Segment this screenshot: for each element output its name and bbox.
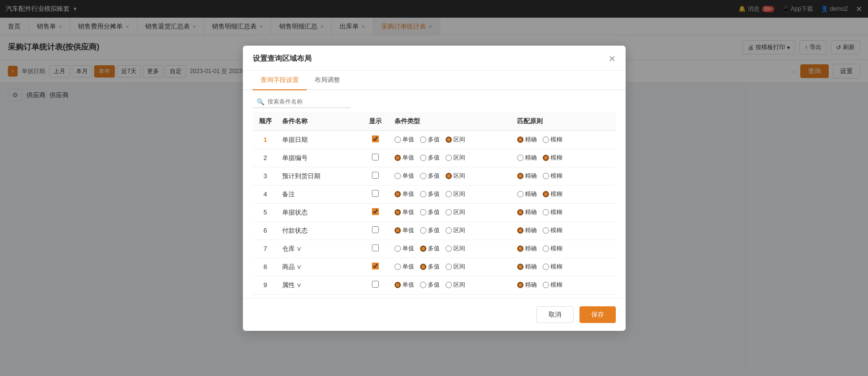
search-box: 🔍 — [253, 96, 351, 108]
search-input[interactable] — [267, 98, 346, 105]
modal-tab-layout-label: 布局调整 — [315, 76, 340, 83]
modal-tab-layout[interactable]: 布局调整 — [307, 71, 348, 90]
modal-search-area: 🔍 — [243, 90, 626, 111]
modal-tab-query-settings[interactable]: 查询字段设置 — [253, 71, 307, 90]
modal-title: 设置查询区域布局 — [253, 54, 312, 63]
search-icon: 🔍 — [257, 98, 264, 106]
modal-tabs: 查询字段设置 布局调整 — [243, 71, 626, 90]
modal-overlay: 设置查询区域布局 ✕ 查询字段设置 布局调整 🔍 顺序 — [0, 0, 868, 111]
modal-tab-query-settings-label: 查询字段设置 — [261, 76, 299, 83]
modal-close-button[interactable]: ✕ — [608, 54, 616, 64]
modal-header: 设置查询区域布局 ✕ — [243, 46, 626, 71]
settings-modal: 设置查询区域布局 ✕ 查询字段设置 布局调整 🔍 顺序 — [243, 46, 626, 111]
